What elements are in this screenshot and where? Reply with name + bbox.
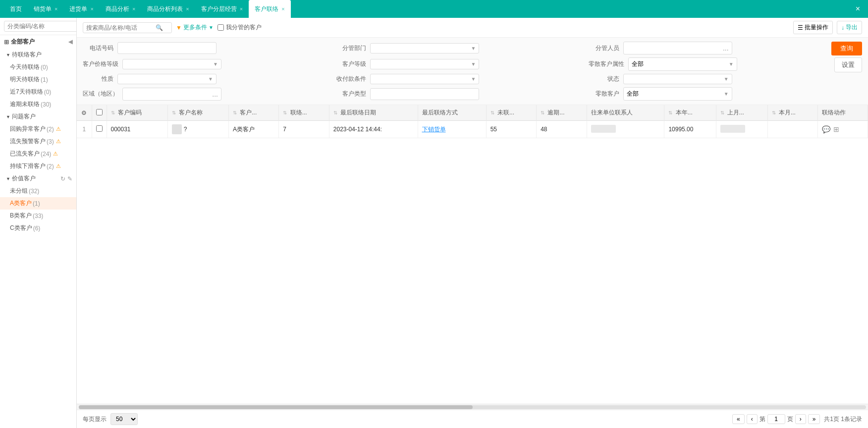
nav-product-analysis[interactable]: 商品分析 × — [100, 0, 141, 18]
sidebar-item-7days[interactable]: 近7天待联络(0) — [0, 86, 76, 98]
collapse-icon[interactable]: ◀ — [68, 39, 72, 45]
retail-customer-select[interactable]: 全部 ▼ — [623, 87, 732, 101]
nav-purchase[interactable]: 进货单 × — [63, 0, 99, 18]
col-customer-level[interactable]: ⇅ 客户... — [228, 105, 278, 121]
sidebar-item-tomorrow[interactable]: 明天待联络(1) — [0, 73, 76, 86]
sidebar-item-class-b[interactable]: B类客户(33) — [0, 210, 76, 222]
manager-select[interactable]: ... — [623, 42, 732, 54]
sidebar-group-problem[interactable]: ▼ 问题客户 — [0, 110, 76, 123]
sidebar-item-class-c[interactable]: C类客户(6) — [0, 222, 76, 234]
last-month-placeholder — [720, 125, 745, 133]
nav-customer-contact[interactable]: 客户联络 × — [249, 0, 290, 18]
dept-select[interactable]: ▼ — [370, 43, 479, 54]
sidebar-all-customers[interactable]: ⊞ 全部客户 ◀ — [0, 35, 76, 49]
tri-icon-value: ▼ — [6, 176, 10, 181]
filter-cell-status: 状态 ▼ — [589, 74, 825, 84]
sort-icon-current-month: ⇅ — [772, 110, 776, 115]
action-cell: 💬 ⊞ — [818, 121, 868, 138]
customer-grade-select[interactable]: ▼ — [370, 59, 479, 69]
col-current-month[interactable]: ⇅ 本月... — [767, 105, 817, 121]
customer-type-label: 客户类型 — [335, 90, 370, 98]
manager-dots-icon: ... — [723, 44, 729, 52]
col-last-contact-date[interactable]: ⇅ 最后联络日期 — [329, 105, 418, 121]
sidebar-item-repurchase-abnormal[interactable]: 回购异常客户(2) ⚠ — [0, 123, 76, 135]
query-button[interactable]: 查询 — [831, 42, 862, 55]
total-info: 共1页 1条记录 — [824, 415, 862, 424]
col-gear[interactable]: ⚙ — [77, 105, 92, 121]
close-sales-icon[interactable]: × — [54, 6, 57, 12]
batch-ops-button[interactable]: ☰ 批量操作 — [793, 21, 833, 34]
page-size-select[interactable]: 10 20 50 100 — [110, 413, 138, 425]
sidebar-item-ungrouped[interactable]: 未分组(32) — [0, 185, 76, 197]
nav-sales[interactable]: 销货单 × — [28, 0, 63, 18]
payment-select[interactable]: ▼ — [370, 74, 479, 84]
close-purchase-icon[interactable]: × — [90, 6, 93, 12]
sidebar-item-today[interactable]: 今天待联络(0) — [0, 61, 76, 73]
payment-label: 收付款条件 — [335, 75, 370, 83]
retail-attr-select[interactable]: 全部 ▼ — [628, 57, 737, 71]
sidebar-item-churned[interactable]: 已流失客户(24) ⚠ — [0, 148, 76, 160]
table-wrapper: ⚙ ⇅ 客户编码 ⇅ 客户名称 ⇅ — [77, 105, 868, 404]
filter-search-input[interactable] — [86, 24, 156, 31]
last-page-btn[interactable]: » — [808, 414, 820, 424]
close-customer-tier-icon[interactable]: × — [240, 6, 243, 12]
col-last-contact-method[interactable]: 最后联络方式 — [418, 105, 486, 121]
phone-input[interactable] — [117, 42, 217, 54]
sort-icon-contact: ⇅ — [283, 110, 287, 115]
prev-page-btn[interactable]: ‹ — [747, 414, 758, 424]
next-page-btn[interactable]: › — [795, 414, 806, 424]
close-product-analysis-list-icon[interactable]: × — [186, 6, 189, 12]
filter-search-container: 🔍 — [83, 22, 172, 33]
sidebar-group-value[interactable]: ▼ 价值客户 ↻ ✎ — [0, 172, 76, 185]
sidebar-item-declining[interactable]: 持续下滑客户(2) ⚠ — [0, 160, 76, 172]
sidebar-item-overdue[interactable]: 逾期未联络(30) — [0, 98, 76, 110]
my-customers-checkbox-container: 我分管的客户 — [217, 23, 262, 32]
sidebar-item-class-a[interactable]: A类客户(1) — [0, 197, 76, 210]
price-grade-select[interactable]: ▼ — [122, 59, 221, 69]
page-input[interactable] — [767, 414, 785, 424]
export-button[interactable]: ↓ 导出 — [837, 21, 862, 34]
col-overdue[interactable]: ⇅ 逾期... — [537, 105, 587, 121]
filter-row-2: 客户价格等级 ▼ 客户等级 ▼ — [83, 57, 825, 71]
first-page-btn[interactable]: « — [732, 414, 745, 424]
filter-search-icon[interactable]: 🔍 — [156, 24, 163, 31]
nav-product-analysis-list[interactable]: 商品分析列表 × — [141, 0, 195, 18]
status-select[interactable]: ▼ — [623, 74, 732, 84]
customer-type-input[interactable] — [370, 88, 479, 100]
settings-button[interactable]: 设置 — [834, 57, 862, 72]
col-customer-name[interactable]: ⇅ 客户名称 — [167, 105, 228, 121]
sidebar-search-input[interactable] — [4, 21, 77, 32]
last-contact-method-cell[interactable]: 下销货单 — [418, 121, 486, 138]
last-contact-date-cell: 2023-04-12 14:44: — [329, 121, 418, 138]
more-action-icon[interactable]: ⊞ — [833, 125, 839, 133]
nav-customer-tier[interactable]: 客户分层经营 × — [195, 0, 249, 18]
close-customer-contact-icon[interactable]: × — [281, 6, 284, 12]
filter-icon: ▼ — [176, 24, 182, 31]
horizontal-scrollbar[interactable] — [77, 404, 868, 410]
region-dots-icon: ... — [212, 90, 218, 98]
sort-icon-code: ⇅ — [111, 110, 115, 115]
edit-icon[interactable]: ✎ — [67, 175, 72, 182]
col-last-month[interactable]: ⇅ 上月... — [716, 105, 767, 121]
col-customer-code[interactable]: ⇅ 客户编码 — [107, 105, 167, 121]
nature-select[interactable]: ▼ — [117, 74, 217, 84]
filter-cell-retail-customer: 零散客户 全部 ▼ — [589, 87, 825, 101]
col-contact-person[interactable]: 往来单位联系人 — [587, 105, 664, 121]
region-select[interactable]: ... — [122, 88, 221, 101]
close-all-button[interactable]: × — [852, 4, 864, 13]
contact-action-icon[interactable]: 💬 — [822, 125, 830, 133]
customer-grade-label: 客户等级 — [335, 60, 370, 68]
col-current-year[interactable]: ⇅ 本年... — [664, 105, 716, 121]
row-checkbox[interactable] — [96, 125, 103, 132]
nav-home[interactable]: 首页 — [4, 0, 28, 18]
col-not-contacted[interactable]: ⇅ 未联... — [486, 105, 536, 121]
sidebar-item-churn-warning[interactable]: 流失预警客户(3) ⚠ — [0, 135, 76, 148]
refresh-icon[interactable]: ↻ — [60, 175, 65, 182]
my-customers-checkbox[interactable] — [217, 24, 224, 31]
close-product-analysis-icon[interactable]: × — [132, 6, 135, 12]
select-all-checkbox[interactable] — [96, 109, 103, 115]
col-contact-count[interactable]: ⇅ 联络... — [279, 105, 329, 121]
filter-cell-price-grade: 客户价格等级 ▼ — [83, 59, 320, 69]
more-conditions-btn[interactable]: ▼ 更多条件 ▼ — [176, 23, 214, 32]
sidebar-group-pending[interactable]: ▼ 待联络客户 — [0, 49, 76, 61]
